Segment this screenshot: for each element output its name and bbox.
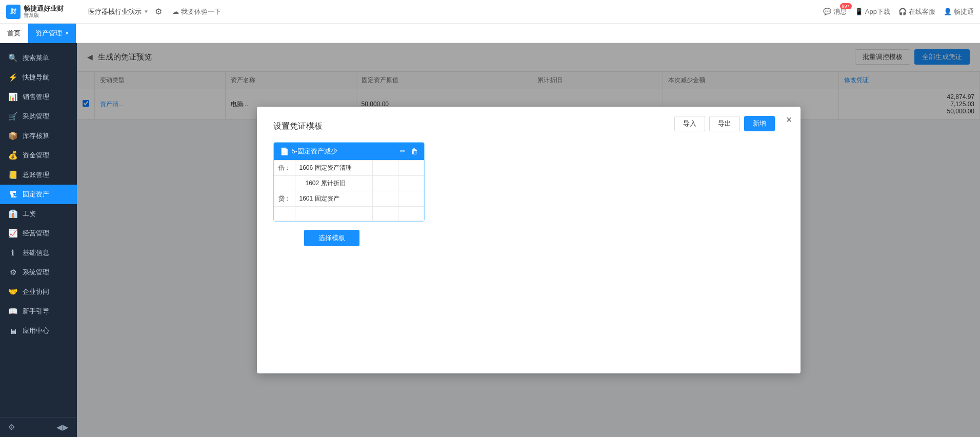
sidebar-item-system[interactable]: ⚙ 系统管理 xyxy=(0,263,77,282)
company-selector[interactable]: 医疗器械行业演示 ▼ xyxy=(88,7,149,16)
logo-icon: 财 xyxy=(6,5,21,19)
select-template-button[interactable]: 选择模板 xyxy=(304,230,359,246)
sidebar-item-sales[interactable]: 📊 销售管理 xyxy=(0,87,77,107)
sidebar-label-fixed-assets: 固定资产 xyxy=(23,190,49,199)
template-row-4 xyxy=(274,207,424,221)
enterprise-icon: 🤝 xyxy=(8,287,17,296)
sidebar-item-finance[interactable]: 💰 资金管理 xyxy=(0,146,77,165)
template-entries-table: 借： 1606 固定资产清理 1602 累计折旧 xyxy=(274,160,424,221)
top-nav: 医疗器械行业演示 ▼ ⚙ ☁ 我要体验一下 xyxy=(83,7,823,16)
modal-overlay: × 设置凭证模板 导入 导出 新增 xyxy=(77,43,980,437)
top-bar: 财 畅捷通好业财 普及版 医疗器械行业演示 ▼ ⚙ ☁ 我要体验一下 💬 消息 … xyxy=(0,0,980,24)
entry-code-2: 1602 累计折旧 xyxy=(295,176,372,191)
template-card-area: 📄 5-固定资产减少 ✏ 🗑 xyxy=(273,142,784,246)
company-name: 医疗器械行业演示 xyxy=(88,7,142,16)
sidebar-item-purchase[interactable]: 🛒 采购管理 xyxy=(0,107,77,126)
entry-direction-1: 借： xyxy=(274,161,295,176)
entry-direction-2 xyxy=(274,176,295,191)
company-arrow-icon: ▼ xyxy=(144,9,149,14)
phone-icon: 📱 xyxy=(855,8,863,15)
sidebar-item-operations[interactable]: 📈 经营管理 xyxy=(0,224,77,243)
user-label: 畅捷通 xyxy=(954,7,974,16)
quick-nav-icon: ⚡ xyxy=(8,73,17,82)
sidebar-item-inventory[interactable]: 📦 库存核算 xyxy=(0,126,77,146)
template-card-header-actions: ✏ 🗑 xyxy=(400,147,418,155)
select-template-area: 选择模板 xyxy=(273,230,784,246)
online-service-button[interactable]: 🎧 在线客服 xyxy=(898,7,935,16)
messages-button[interactable]: 💬 消息 99+ xyxy=(823,7,847,16)
template-card-title: 5-固定资产减少 xyxy=(292,147,338,156)
user-menu[interactable]: 👤 畅捷通 xyxy=(944,7,974,16)
sidebar-item-ledger[interactable]: 📒 总账管理 xyxy=(0,165,77,185)
sidebar-item-quick-nav[interactable]: ⚡ 快捷导航 xyxy=(0,68,77,87)
sidebar-label-system: 系统管理 xyxy=(23,268,49,277)
basic-info-icon: ℹ xyxy=(8,248,17,257)
new-template-button[interactable]: 新增 xyxy=(744,116,775,131)
sidebar-label-app-center: 应用中心 xyxy=(23,326,49,335)
sidebar: 🔍 搜索菜单 ⚡ 快捷导航 📊 销售管理 🛒 采购管理 📦 库存核算 xyxy=(0,43,77,437)
sidebar-settings-icon[interactable]: ⚙ xyxy=(8,423,15,432)
app-logo: 财 畅捷通好业财 普及版 xyxy=(6,5,83,19)
content-area: ◀ 生成的凭证预览 批量调控模板 全部生成凭证 变动类型 xyxy=(77,43,980,437)
message-icon: 💬 xyxy=(823,8,831,15)
sidebar-collapse-icon[interactable]: ◀▶ xyxy=(56,423,69,432)
template-edit-icon[interactable]: ✏ xyxy=(400,147,406,155)
online-service-label: 在线客服 xyxy=(909,7,935,16)
sidebar-item-guide[interactable]: 📖 新手引导 xyxy=(0,302,77,321)
entry-col4-4 xyxy=(398,207,424,221)
sidebar-item-basic-info[interactable]: ℹ 基础信息 xyxy=(0,243,77,263)
entry-direction-4 xyxy=(274,207,295,221)
settings-icon[interactable]: ⚙ xyxy=(155,7,162,16)
tab-home[interactable]: 首页 xyxy=(0,24,28,43)
sidebar-item-app-center[interactable]: 🖥 应用中心 xyxy=(0,321,77,341)
sidebar-label-enterprise: 企业协同 xyxy=(23,287,49,296)
guide-icon: 📖 xyxy=(8,307,17,316)
app-download-button[interactable]: 📱 App下载 xyxy=(855,7,890,16)
sidebar-label-search: 搜索菜单 xyxy=(23,53,49,63)
tab-asset-management[interactable]: 资产管理 × xyxy=(28,24,76,43)
experience-button[interactable]: ☁ 我要体验一下 xyxy=(172,7,221,16)
export-button[interactable]: 导出 xyxy=(709,116,740,131)
entry-col3-2 xyxy=(372,176,398,191)
entry-col3-3 xyxy=(372,191,398,207)
finance-icon: 💰 xyxy=(8,151,17,160)
template-card: 📄 5-固定资产减少 ✏ 🗑 xyxy=(273,142,425,222)
import-button[interactable]: 导入 xyxy=(674,116,705,131)
sidebar-item-salary[interactable]: 👔 工资 xyxy=(0,204,77,224)
tab-home-label: 首页 xyxy=(7,29,21,38)
tab-close-icon[interactable]: × xyxy=(65,30,69,37)
template-name: 固定资产减少 xyxy=(297,147,337,155)
entry-col4-2 xyxy=(398,176,424,191)
template-row-1: 借： 1606 固定资产清理 xyxy=(274,161,424,176)
entry-code-1: 1606 固定资产清理 xyxy=(295,161,372,176)
sidebar-item-fixed-assets[interactable]: 🏗 固定资产 xyxy=(0,185,77,204)
entry-direction-3: 贷： xyxy=(274,191,295,207)
sidebar-label-finance: 资金管理 xyxy=(23,151,49,160)
sidebar-label-quick-nav: 快捷导航 xyxy=(23,73,49,82)
user-icon: 👤 xyxy=(944,8,952,15)
entry-col3-4 xyxy=(372,207,398,221)
modal-dialog: × 设置凭证模板 导入 导出 新增 xyxy=(257,107,801,373)
fixed-assets-icon: 🏗 xyxy=(8,190,17,199)
template-doc-icon: 📄 xyxy=(280,147,289,155)
top-right-actions: 💬 消息 99+ 📱 App下载 🎧 在线客服 👤 畅捷通 xyxy=(823,7,974,16)
sidebar-label-ledger: 总账管理 xyxy=(23,170,49,180)
sidebar-label-basic-info: 基础信息 xyxy=(23,248,49,257)
modal-close-button[interactable]: × xyxy=(786,114,792,126)
sidebar-menu: 🔍 搜索菜单 ⚡ 快捷导航 📊 销售管理 🛒 采购管理 📦 库存核算 xyxy=(0,43,77,346)
messages-badge: 99+ xyxy=(840,3,852,9)
sidebar-item-enterprise[interactable]: 🤝 企业协同 xyxy=(0,282,77,302)
experience-label: 我要体验一下 xyxy=(181,7,221,16)
entry-col4-1 xyxy=(398,161,424,176)
template-row-3: 贷： 1601 固定资产 xyxy=(274,191,424,207)
entry-col4-3 xyxy=(398,191,424,207)
template-delete-icon[interactable]: 🗑 xyxy=(411,147,418,155)
sidebar-bottom: ⚙ ◀▶ xyxy=(0,417,77,437)
app-center-icon: 🖥 xyxy=(8,327,17,335)
sidebar-label-inventory: 库存核算 xyxy=(23,131,49,141)
sidebar-label-salary: 工资 xyxy=(23,209,36,218)
template-id: 5 xyxy=(292,147,295,155)
logo-text: 畅捷通好业财 普及版 xyxy=(24,5,64,19)
sidebar-item-search[interactable]: 🔍 搜索菜单 xyxy=(0,48,77,68)
ledger-icon: 📒 xyxy=(8,170,17,180)
